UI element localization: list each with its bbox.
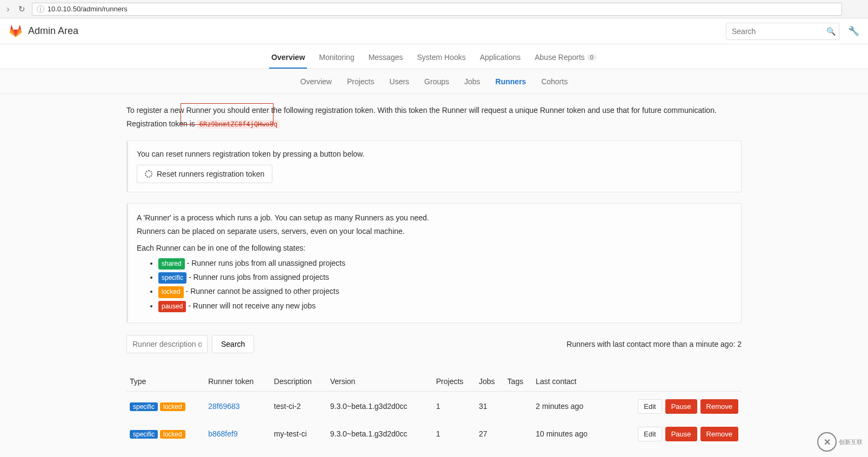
cell-tags: [504, 391, 533, 419]
reset-panel-text: You can reset runners registration token…: [137, 150, 732, 158]
cell-last_contact: 2 minutes ago: [532, 391, 606, 419]
runner-token-link[interactable]: b868fef9: [208, 429, 238, 438]
secondary-nav-users[interactable]: Users: [388, 71, 412, 92]
token-highlight-box: [181, 103, 273, 125]
url-bar[interactable]: i 10.0.10.50/admin/runners: [32, 3, 842, 16]
secondary-nav-jobs[interactable]: Jobs: [462, 71, 483, 92]
state-desc: - Runner will not receive any new jobs: [186, 301, 316, 310]
content: To register a new Runner you should ente…: [118, 94, 750, 457]
state-item: shared - Runner runs jobs from all unass…: [158, 257, 732, 270]
table-header: Description: [271, 372, 327, 392]
primary-nav-applications[interactable]: Applications: [478, 46, 523, 69]
secondary-nav-cohorts[interactable]: Cohorts: [539, 71, 570, 92]
runner-description-input[interactable]: [126, 335, 208, 353]
table-header-row: TypeRunner tokenDescriptionVersionProjec…: [126, 372, 742, 392]
states-p2: Runners can be placed on separate users,…: [137, 226, 732, 237]
table-header: Jobs: [476, 372, 504, 392]
table-header: Tags: [504, 372, 533, 392]
states-p1: A 'Runner' is a process which runs a job…: [137, 212, 732, 224]
primary-nav-monitoring[interactable]: Monitoring: [317, 46, 356, 69]
remove-button[interactable]: Remove: [700, 399, 738, 414]
edit-button[interactable]: Edit: [638, 427, 662, 441]
type-badge-locked: locked: [160, 430, 185, 439]
table-header: Version: [327, 372, 433, 392]
reset-panel: You can reset runners registration token…: [126, 140, 742, 192]
search-input[interactable]: [732, 27, 826, 36]
primary-nav-abuse-reports[interactable]: Abuse Reports0: [532, 46, 599, 69]
cell-jobs: 27: [476, 419, 504, 447]
primary-nav-overview[interactable]: Overview: [269, 46, 307, 69]
state-item: specific - Runner runs jobs from assigne…: [158, 271, 732, 284]
cell-jobs: 31: [476, 391, 504, 419]
table-header: Runner token: [205, 372, 271, 392]
table-header: Projects: [433, 372, 476, 392]
states-list: shared - Runner runs jobs from all unass…: [137, 257, 732, 312]
cell-description: test-ci-2: [271, 391, 327, 419]
watermark-logo-icon: ✕: [817, 432, 837, 452]
secondary-nav: OverviewProjectsUsersGroupsJobsRunnersCo…: [0, 69, 868, 94]
state-desc: - Runner runs jobs from all unassigned p…: [185, 259, 345, 267]
state-item: locked - Runner cannot be assigned to ot…: [158, 285, 732, 298]
browser-forward-icon[interactable]: ›: [4, 4, 12, 15]
states-p3: Each Runner can be in one of the followi…: [137, 243, 732, 254]
state-badge-specific: specific: [158, 272, 186, 284]
top-header: Admin Area 🔍 🔧: [0, 18, 868, 44]
secondary-nav-projects[interactable]: Projects: [345, 71, 377, 92]
nav-badge: 0: [587, 54, 597, 61]
cell-tags: [504, 419, 533, 447]
table-row: specificlocked28f69683test-ci-29.3.0~bet…: [126, 391, 742, 419]
search-button[interactable]: Search: [212, 335, 254, 353]
type-badge-specific: specific: [130, 430, 158, 439]
url-text: 10.0.10.50/admin/runners: [48, 5, 128, 13]
reset-button-label: Reset runners registration token: [157, 170, 264, 178]
cell-version: 9.3.0~beta.1.g3d2d0cc: [327, 419, 433, 447]
type-badge-specific: specific: [130, 402, 158, 411]
table-row: specificlockedb868fef9my-test-ci9.3.0~be…: [126, 419, 742, 447]
table-header: Type: [126, 372, 205, 392]
state-desc: - Runner runs jobs from assigned project…: [186, 273, 329, 281]
pause-button[interactable]: Pause: [665, 427, 697, 441]
type-badge-locked: locked: [160, 402, 185, 411]
cell-projects: 1: [433, 419, 476, 447]
pause-button[interactable]: Pause: [665, 399, 697, 414]
browser-bar: › ↻ i 10.0.10.50/admin/runners: [0, 0, 868, 18]
edit-button[interactable]: Edit: [638, 399, 662, 414]
browser-refresh-icon[interactable]: ↻: [15, 4, 29, 14]
cell-last_contact: 10 minutes ago: [532, 419, 606, 447]
wrench-icon[interactable]: 🔧: [848, 25, 859, 37]
filter-row: Search Runners with last contact more th…: [126, 335, 742, 353]
state-item: paused - Runner will not receive any new…: [158, 300, 732, 312]
secondary-nav-overview[interactable]: Overview: [298, 71, 334, 92]
remove-button[interactable]: Remove: [700, 427, 738, 441]
secondary-nav-runners[interactable]: Runners: [493, 71, 529, 92]
cell-description: my-test-ci: [271, 419, 327, 447]
contact-summary: Runners with last contact more than a mi…: [566, 340, 742, 348]
page-title: Admin Area: [28, 25, 78, 37]
info-icon: i: [37, 5, 44, 13]
spinner-icon: [145, 170, 152, 178]
global-search[interactable]: 🔍: [726, 23, 839, 40]
state-badge-locked: locked: [158, 286, 184, 298]
primary-nav: OverviewMonitoringMessagesSystem HooksAp…: [0, 44, 868, 69]
watermark-text: 创新互联: [839, 438, 863, 446]
cell-projects: 1: [433, 391, 476, 419]
primary-nav-system-hooks[interactable]: System Hooks: [415, 46, 468, 69]
gitlab-logo-icon: [9, 25, 23, 38]
watermark: ✕ 创新互联: [817, 432, 863, 452]
reset-token-button[interactable]: Reset runners registration token: [137, 165, 272, 183]
state-desc: - Runner cannot be assigned to other pro…: [184, 287, 339, 295]
states-panel: A 'Runner' is a process which runs a job…: [126, 203, 742, 323]
table-header: [606, 372, 742, 392]
runner-token-link[interactable]: 28f69683: [208, 402, 239, 411]
secondary-nav-groups[interactable]: Groups: [422, 71, 451, 92]
primary-nav-messages[interactable]: Messages: [366, 46, 405, 69]
search-icon: 🔍: [826, 27, 836, 36]
cell-version: 9.3.0~beta.1.g3d2d0cc: [327, 391, 433, 419]
runners-table: TypeRunner tokenDescriptionVersionProjec…: [126, 372, 742, 447]
state-badge-paused: paused: [158, 301, 186, 312]
table-header: Last contact: [532, 372, 606, 392]
state-badge-shared: shared: [158, 258, 185, 270]
